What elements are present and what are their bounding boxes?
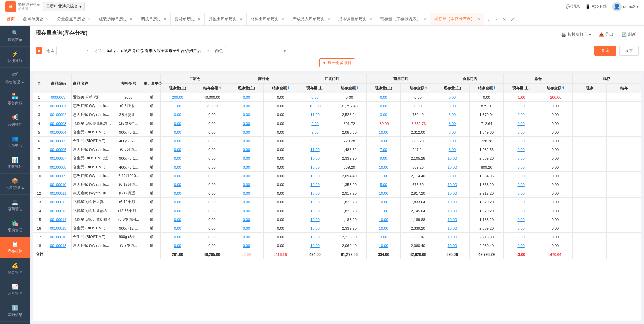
- row-code[interactable]: 00100002: [45, 110, 72, 119]
- row-factory-qty[interactable]: 0.00: [161, 233, 195, 241]
- row-chenhe-qty[interactable]: 0.00: [229, 189, 263, 198]
- sidebar-item-[interactable]: ⚡快捷导航: [0, 47, 30, 68]
- row-chenhe-qty[interactable]: 0.00: [229, 224, 263, 233]
- row-chenhe-qty[interactable]: 0.00: [229, 215, 263, 224]
- tab-close-icon[interactable]: ✕: [88, 17, 91, 21]
- row-jiangbei-qty[interactable]: 9.00: [298, 137, 332, 145]
- row-total-qty[interactable]: 0.00: [504, 102, 538, 110]
- row-total-qty[interactable]: 0.00: [504, 189, 538, 198]
- row-nanan-qty[interactable]: 10.00: [367, 241, 401, 250]
- settings-button[interactable]: 设置: [619, 46, 639, 56]
- sidebar-item-[interactable]: 💰资金管理: [0, 258, 30, 279]
- sidebar-item-[interactable]: 🔍搜索英单: [0, 26, 30, 47]
- row-jiangbei-qty[interactable]: 9.00: [298, 128, 332, 137]
- row-yuanbei-qty[interactable]: 0.00: [435, 93, 469, 102]
- row-jiangbei-qty[interactable]: 10.00: [298, 180, 332, 189]
- tab-[interactable]: 要货单历史✕: [171, 13, 205, 26]
- row-jiangbei-qty[interactable]: 10.00: [298, 163, 332, 172]
- filter-toggle-btn[interactable]: ▶: [36, 47, 42, 54]
- row-total-qty[interactable]: 0.00: [504, 172, 538, 180]
- row-nanan-qty[interactable]: 10.00: [367, 128, 401, 137]
- tab-[interactable]: 盘点单历史✕: [19, 13, 53, 26]
- tab-[interactable]: 其他出库单历史✕: [205, 13, 247, 26]
- row-nanan-qty[interactable]: 3.00: [367, 110, 401, 119]
- sidebar-item-[interactable]: ⚙️系统管理: [0, 322, 30, 324]
- row-yuanbei-qty[interactable]: 8.00: [435, 119, 469, 128]
- row-nanan-qty[interactable]: 3.00: [367, 233, 401, 241]
- row-jiangbei-qty[interactable]: 10.00: [298, 172, 332, 180]
- row-chenhe-qty[interactable]: 0.00: [229, 241, 263, 250]
- row-yuanbei-qty[interactable]: 10.00: [435, 224, 469, 233]
- row-nanan-qty[interactable]: 5.00: [367, 180, 401, 189]
- row-total-qty[interactable]: 0.00: [504, 119, 538, 128]
- row-factory-qty[interactable]: 0.00: [161, 172, 195, 180]
- th-gear[interactable]: ⚙: [33, 74, 45, 93]
- query-button[interactable]: 查询: [594, 46, 616, 56]
- row-code[interactable]: 00100003: [45, 119, 72, 128]
- row-code[interactable]: 00100018: [45, 241, 72, 250]
- row-code[interactable]: 0000003: [45, 93, 72, 102]
- row-factory-qty[interactable]: 0.00: [161, 189, 195, 198]
- row-nanan-qty[interactable]: 7.00: [367, 145, 401, 154]
- user-info[interactable]: 👤 demo2 ▾: [612, 2, 639, 11]
- row-total-qty[interactable]: 0.00: [504, 180, 538, 189]
- goods-more-btn[interactable]: ···: [206, 48, 211, 54]
- tab-close-all-btn[interactable]: ✕: [500, 13, 508, 26]
- sidebar-item-[interactable]: 📈经营管理: [0, 279, 30, 300]
- row-yuanbei-qty[interactable]: 10.00: [435, 198, 469, 206]
- row-code[interactable]: 00100010: [45, 180, 72, 189]
- row-factory-qty[interactable]: 200.00: [161, 93, 195, 102]
- sidebar-item-[interactable]: 💻电商管理: [0, 195, 30, 216]
- row-total-qty[interactable]: 0.00: [504, 233, 538, 241]
- print-btn[interactable]: 🖨️ 按模版打印 ▾: [558, 30, 594, 39]
- color-input[interactable]: [225, 46, 281, 55]
- row-factory-qty[interactable]: 0.00: [161, 163, 195, 172]
- row-yuanbei-qty[interactable]: 10.00: [435, 215, 469, 224]
- row-nanan-qty[interactable]: 10.00: [367, 198, 401, 206]
- row-chenhe-qty[interactable]: 0.00: [229, 128, 263, 137]
- row-code[interactable]: 00100011: [45, 189, 72, 198]
- row-chenhe-qty[interactable]: 0.00: [229, 172, 263, 180]
- row-yuanbei-qty[interactable]: 10.00: [435, 163, 469, 172]
- row-code[interactable]: 00100001: [45, 102, 72, 110]
- row-total-qty[interactable]: 0.00: [504, 206, 538, 215]
- row-yuanbei-qty[interactable]: 10.00: [435, 180, 469, 189]
- row-nanan-qty[interactable]: 10.00: [367, 189, 401, 198]
- row-code[interactable]: 00100016: [45, 233, 72, 241]
- row-chenhe-qty[interactable]: 0.00: [229, 102, 263, 110]
- row-chenhe-qty[interactable]: 0.00: [229, 119, 263, 128]
- row-yuanbei-qty[interactable]: 3.00: [435, 102, 469, 110]
- row-factory-qty[interactable]: 0.00: [161, 198, 195, 206]
- row-nanan-qty[interactable]: -39.00: [367, 119, 401, 128]
- tab-[interactable]: 材料出库单历史✕: [247, 13, 288, 26]
- row-yuanbei-qty[interactable]: 8.00: [435, 145, 469, 154]
- row-code[interactable]: 00100008: [45, 163, 72, 172]
- row-total-qty[interactable]: -1.00: [504, 93, 538, 102]
- sidebar-item-[interactable]: 📢营销推广: [0, 110, 30, 131]
- row-total-qty[interactable]: 0.00: [504, 198, 538, 206]
- row-total-qty[interactable]: 0.00: [504, 154, 538, 163]
- row-factory-qty[interactable]: 0.00: [161, 137, 195, 145]
- row-yuanbei-qty[interactable]: 9.00: [435, 172, 469, 180]
- row-factory-qty[interactable]: 0.00: [161, 215, 195, 224]
- row-code[interactable]: 00100006: [45, 145, 72, 154]
- row-jiangbei-qty[interactable]: 10.00: [298, 189, 332, 198]
- store-selector[interactable]: 母婴行业演示陈套 ▾: [43, 2, 85, 11]
- row-code[interactable]: 00100012: [45, 198, 72, 206]
- row-yuanbei-qty[interactable]: 10.00: [435, 189, 469, 198]
- row-nanan-qty[interactable]: 10.00: [367, 224, 401, 233]
- row-code[interactable]: 00100005: [45, 137, 72, 145]
- tab-expand-btn[interactable]: ⤢: [508, 13, 517, 26]
- row-nanan-qty[interactable]: 11.00: [367, 172, 401, 180]
- row-jiangbei-qty[interactable]: 10.00: [298, 198, 332, 206]
- row-jiangbei-qty[interactable]: 10.00: [298, 224, 332, 233]
- row-yuanbei-qty[interactable]: 10.00: [435, 154, 469, 163]
- row-total-qty[interactable]: 0.00: [504, 224, 538, 233]
- row-code[interactable]: 00100014: [45, 215, 72, 224]
- row-yuanbei-qty[interactable]: 8.00: [435, 128, 469, 137]
- row-jiangbei-qty[interactable]: 0.00: [298, 93, 332, 102]
- row-chenhe-qty[interactable]: 0.00: [229, 145, 263, 154]
- goods-input[interactable]: [104, 46, 204, 55]
- row-chenhe-qty[interactable]: 0.00: [229, 154, 263, 163]
- row-code[interactable]: 00100009: [45, 172, 72, 180]
